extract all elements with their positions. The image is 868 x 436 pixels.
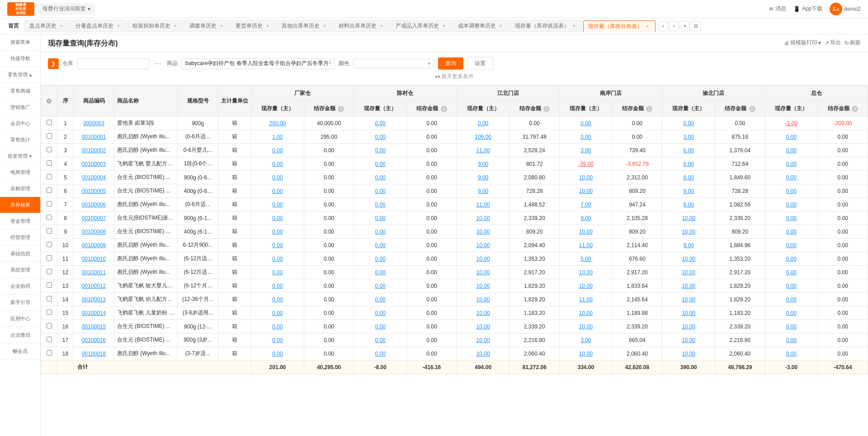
row-fac-stock[interactable]: 0.00 (251, 157, 304, 171)
sidebar-item-marketing[interactable]: 营销推广 (0, 99, 40, 116)
row-ns-stock[interactable]: 10.00 (559, 266, 612, 279)
row-ns-stock[interactable]: 3.00 (559, 333, 612, 347)
row-total-stock[interactable]: -1.00 (765, 117, 818, 130)
row-ns-stock[interactable]: 0.00 (559, 117, 612, 130)
row-chen-stock[interactable]: 0.00 (354, 347, 407, 361)
sidebar-item-purchase[interactable]: 采购管理 (0, 181, 40, 197)
sidebar-item-member2[interactable]: 畅会员 (0, 343, 40, 360)
row-ns-stock[interactable]: 11.00 (559, 293, 612, 306)
row-ns-stock[interactable]: 10.00 (559, 306, 612, 320)
row-yb-stock[interactable]: 8.00 (662, 157, 715, 171)
row-fac-stock[interactable]: 0.00 (251, 225, 304, 239)
tab-next-btn[interactable]: › (669, 21, 679, 31)
row-checkbox[interactable] (41, 320, 57, 333)
row-fac-stock[interactable]: 0.00 (251, 211, 304, 225)
tab-inventory-count[interactable]: 盘点单历史 × (24, 20, 70, 32)
row-fac-stock[interactable]: 0.00 (251, 266, 304, 279)
row-total-stock[interactable]: 0.00 (765, 144, 818, 157)
sidebar-item-collab[interactable]: 企业协同 (0, 278, 40, 295)
tab-home[interactable]: 首页 (4, 20, 24, 32)
row-yb-stock[interactable]: 10.00 (662, 320, 715, 333)
row-jb-stock[interactable]: 11.00 (457, 144, 509, 157)
row-checkbox[interactable] (41, 171, 57, 184)
row-fac-stock[interactable]: 0.00 (251, 252, 304, 266)
row-total-stock[interactable]: 0.00 (765, 184, 818, 198)
row-fac-stock[interactable]: 0.00 (251, 144, 304, 157)
sidebar-item-quicknav[interactable]: 快捷导航 (0, 51, 40, 67)
sidebar-item-app-center[interactable]: 应用中心 (0, 311, 40, 327)
row-checkbox[interactable] (41, 198, 57, 211)
sidebar-item-search[interactable]: 搜索英单 (0, 34, 40, 51)
row-checkbox[interactable] (41, 157, 57, 171)
row-fac-stock[interactable]: 0.00 (251, 333, 304, 347)
sidebar-item-operations[interactable]: 经营管理 (0, 230, 40, 246)
row-total-stock[interactable]: 0.00 (765, 333, 818, 347)
sidebar-item-member[interactable]: 会员中心 (0, 116, 40, 132)
row-total-stock[interactable]: 0.00 (765, 171, 818, 184)
print-btn[interactable]: 🖨 按模版打印 ▾ (784, 39, 821, 47)
row-checkbox[interactable] (41, 347, 57, 361)
settings-button[interactable]: 设置 (467, 57, 493, 70)
row-ns-stock[interactable]: 10.00 (559, 347, 612, 361)
tab-other-out[interactable]: 其他出库单历史 × (277, 20, 333, 32)
info-icon[interactable]: i (543, 106, 550, 112)
tab-close-all-btn[interactable]: × (680, 21, 690, 31)
row-chen-stock[interactable]: 0.00 (354, 293, 407, 306)
row-jb-stock[interactable]: 9.00 (457, 184, 509, 198)
row-ns-stock[interactable]: 10.00 (559, 171, 612, 184)
row-chen-stock[interactable]: 0.00 (354, 184, 407, 198)
expand-conditions-btn[interactable]: ▾▾ 展开更多条件 (435, 73, 474, 80)
row-jb-stock[interactable]: 9.00 (457, 171, 509, 184)
row-total-stock[interactable]: 0.00 (765, 320, 818, 333)
tab-close-icon[interactable]: × (264, 23, 271, 29)
row-ns-stock[interactable]: 10.00 (559, 225, 612, 239)
tab-close-icon[interactable]: × (441, 23, 447, 29)
tab-product-in[interactable]: 产成品入库单历史 × (391, 20, 452, 32)
export-btn[interactable]: ↗ 导出 (825, 39, 841, 47)
user-profile[interactable]: Ea demo2 (830, 3, 861, 15)
row-fac-stock[interactable]: 0.00 (251, 198, 304, 211)
row-total-stock[interactable]: 0.00 (765, 279, 818, 293)
tab-requisition[interactable]: 要货单历史 × (231, 20, 276, 32)
row-checkbox[interactable] (41, 144, 57, 157)
sidebar-item-wholesale-mgmt[interactable]: 批发管理 ▼ (0, 148, 40, 164)
tab-split-count[interactable]: 分量盘点单历史 × (71, 20, 127, 32)
row-ns-stock[interactable]: 5.00 (559, 252, 612, 266)
row-chen-stock[interactable]: 0.00 (354, 225, 407, 239)
row-ns-stock[interactable]: -39.00 (559, 157, 612, 171)
gear-icon[interactable]: ⚙ (46, 98, 53, 105)
row-yb-stock[interactable]: 10.00 (662, 347, 715, 361)
row-checkbox[interactable] (41, 117, 57, 130)
row-total-stock[interactable]: 0.00 (765, 293, 818, 306)
row-yb-stock[interactable]: 10.00 (662, 279, 715, 293)
row-ns-stock[interactable]: 7.00 (559, 198, 612, 211)
row-chen-stock[interactable]: 0.00 (354, 211, 407, 225)
row-chen-stock[interactable]: 0.00 (354, 333, 407, 347)
row-jb-stock[interactable]: 10.00 (457, 279, 509, 293)
row-checkbox[interactable] (41, 225, 57, 239)
row-yb-stock[interactable]: 10.00 (662, 333, 715, 347)
row-chen-stock[interactable]: 0.00 (354, 171, 407, 184)
row-checkbox[interactable] (41, 293, 57, 306)
row-ns-stock[interactable]: 3.00 (559, 144, 612, 157)
row-jb-stock[interactable]: 10.00 (457, 239, 509, 252)
row-checkbox[interactable] (41, 130, 57, 144)
row-yb-stock[interactable]: 10.00 (662, 306, 715, 320)
row-total-stock[interactable]: 0.00 (765, 239, 818, 252)
row-jb-stock[interactable]: 10.00 (457, 320, 509, 333)
row-checkbox[interactable] (41, 266, 57, 279)
row-fac-stock[interactable]: 0.00 (251, 239, 304, 252)
warehouse-input[interactable] (77, 58, 149, 69)
row-chen-stock[interactable]: 0.00 (354, 306, 407, 320)
row-jb-stock[interactable]: 109.00 (457, 130, 509, 144)
sidebar-item-retail-shop[interactable]: 零售商城 (0, 83, 40, 99)
row-jb-stock[interactable]: 0.00 (457, 117, 509, 130)
row-fac-stock[interactable]: 0.00 (251, 320, 304, 333)
row-yb-stock[interactable]: 10.00 (662, 266, 715, 279)
row-total-stock[interactable]: 0.00 (765, 225, 818, 239)
info-icon[interactable]: i (749, 106, 755, 112)
row-total-stock[interactable]: 0.00 (765, 157, 818, 171)
row-chen-stock[interactable]: 0.00 (354, 144, 407, 157)
row-chen-stock[interactable]: 0.00 (354, 279, 407, 293)
row-checkbox[interactable] (41, 279, 57, 293)
